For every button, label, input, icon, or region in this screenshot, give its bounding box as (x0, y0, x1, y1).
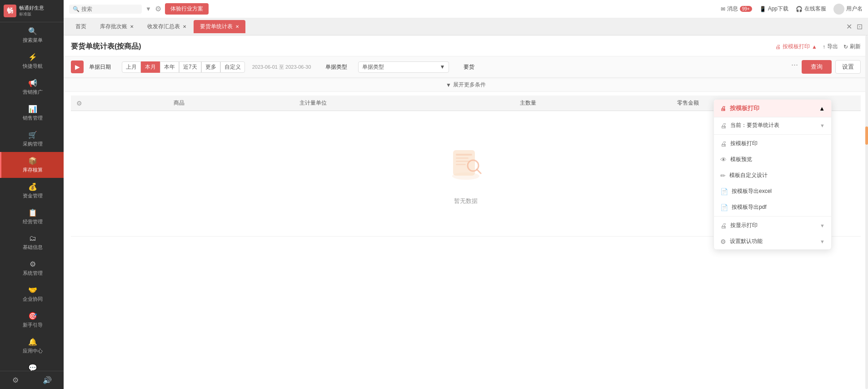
table-col-settings[interactable]: ⚙ (71, 96, 168, 111)
topbar-message[interactable]: ✉ 消息 99+ (721, 5, 752, 13)
sidebar-item-label: 采购管理 (23, 141, 43, 147)
divider-2 (714, 216, 831, 217)
topbar-user[interactable]: 用户名 (833, 4, 863, 15)
search-input[interactable] (81, 6, 127, 12)
page-actions: 🖨 按模板打印 ▲ ↑ 导出 ↻ 刷新 (775, 43, 861, 51)
tab-collection-close[interactable]: ✕ (183, 24, 186, 29)
more-options-icon[interactable]: ··· (791, 60, 798, 74)
tab-home-label: 首页 (75, 23, 86, 30)
date-btn-thismonth[interactable]: 本月 (141, 61, 160, 73)
dropdown-item-template-design[interactable]: ✏ 模板自定义设计 (714, 167, 831, 183)
type-chevron-icon: ▼ (439, 64, 445, 70)
sidebar-item-basic[interactable]: 🗂 基础信息 (0, 230, 64, 255)
date-btn-more[interactable]: 更多 (201, 61, 220, 73)
dropdown-item-template-excel[interactable]: 📄 按模板导出excel (714, 183, 831, 199)
sidebar-item-marketing[interactable]: 📢 营销推广 (0, 74, 64, 100)
speaker-bottom-icon[interactable]: 🔊 (43, 376, 52, 384)
template-preview-label: 模板预览 (730, 156, 752, 163)
dropdown-current-item[interactable]: 🖨 当前：要货单统计表 ▼ (714, 117, 831, 133)
guide-icon: 🎯 (28, 312, 37, 320)
expand-more-button[interactable]: ▼ 展开更多条件 (446, 81, 486, 89)
template-excel-icon: 📄 (720, 188, 728, 195)
tab-home[interactable]: 首页 (69, 20, 93, 33)
current-chevron-icon: ▼ (820, 123, 825, 128)
topbar-settings-icon[interactable]: ⚙ (155, 5, 161, 13)
export-button[interactable]: ↑ 导出 (823, 43, 838, 51)
scrollbar-thumb (865, 126, 868, 145)
goods-filter-label: 要货 (464, 63, 491, 71)
dropdown-display-print[interactable]: 🖨 按显示打印 ▼ (714, 217, 831, 233)
type-select[interactable]: 单据类型 ▼ (358, 61, 449, 73)
sidebar-item-corp[interactable]: 🤝 企业协同 (0, 281, 64, 307)
topbar-app-download[interactable]: 📱 App下载 (759, 5, 788, 13)
sidebar-logo: 畅 畅通好生意 标准版 (0, 0, 64, 22)
tab-order-stat[interactable]: 要货单统计表 ✕ (194, 20, 245, 33)
sales-icon: 📊 (28, 105, 37, 113)
filter-row: ▶ 单据日期 上月 本月 本年 近7天 更多 自定义 2023-06-01 至 … (64, 56, 868, 78)
export-icon: ↑ (823, 44, 825, 50)
sidebar-item-label: 搜索菜单 (23, 37, 43, 44)
printer-icon: 🖨 (775, 44, 781, 50)
sidebar-item-operation[interactable]: 📋 经营管理 (0, 204, 64, 230)
dropdown-default-func[interactable]: ⚙ 设置默认功能 ▼ (714, 233, 831, 249)
sidebar-item-finance[interactable]: 💰 资金管理 (0, 178, 64, 204)
settings-bottom-icon[interactable]: ⚙ (12, 376, 19, 384)
date-btn-7days[interactable]: 近7天 (179, 61, 201, 73)
message-label: 消息 (727, 5, 738, 13)
sidebar-item-purchase[interactable]: 🛒 采购管理 (0, 126, 64, 152)
table-col-unit: 主计量单位 (294, 96, 514, 111)
tab-batch[interactable]: 库存批次账 ✕ (94, 20, 140, 33)
dropdown-item-template-print[interactable]: 🖨 按模板打印 (714, 136, 831, 152)
phone-icon: 📱 (759, 6, 766, 12)
print-header-icon: 🖨 (720, 105, 726, 112)
default-func-chevron-icon: ▼ (820, 239, 825, 244)
default-func-label: 设置默认功能 (730, 237, 763, 245)
window-maximize-icon[interactable]: ⊡ (857, 22, 863, 31)
dropdown-header[interactable]: 🖨 按模板打印 ▲ (714, 100, 831, 117)
template-design-icon: ✏ (720, 172, 726, 179)
sidebar-item-search[interactable]: 🔍 搜索菜单 (0, 22, 64, 48)
basic-icon: 🗂 (29, 234, 36, 242)
wechat-icon: 💬 (28, 364, 37, 371)
query-button[interactable]: 查询 (802, 60, 832, 74)
tab-collection[interactable]: 收发存汇总表 ✕ (141, 20, 193, 33)
sidebar-item-label: 资金管理 (23, 192, 43, 199)
sidebar-scroll: 🔍 搜索菜单 ⚡ 快捷导航 📢 营销推广 📊 销售管理 🛒 采购管理 📦 库存核… (0, 22, 64, 371)
sidebar-item-shortcut[interactable]: ⚡ 快捷导航 (0, 48, 64, 74)
template-design-label: 模板自定义设计 (729, 172, 768, 179)
topbar-dropdown-icon[interactable]: ▼ (145, 5, 151, 12)
date-btn-lastmonth[interactable]: 上月 (122, 61, 141, 73)
print-button[interactable]: 🖨 按模板打印 ▲ (775, 43, 817, 51)
finance-icon: 💰 (28, 182, 37, 191)
scrollbar-right[interactable] (865, 35, 868, 389)
tab-order-stat-close[interactable]: ✕ (235, 24, 239, 29)
dropdown-chevron-icon: ▲ (819, 105, 825, 112)
app-logo-icon: 畅 (4, 5, 16, 17)
sidebar-item-app[interactable]: 🔔 应用中心 (0, 333, 64, 359)
dropdown-item-template-preview[interactable]: 👁 模板预览 (714, 152, 831, 167)
refresh-button[interactable]: ↻ 刷新 (843, 43, 861, 51)
filter-arrow-btn[interactable]: ▶ (71, 61, 84, 73)
inventory-icon: 📦 (28, 157, 37, 165)
date-btn-thisyear[interactable]: 本年 (160, 61, 179, 73)
window-close-icon[interactable]: ✕ (846, 22, 852, 31)
sidebar-item-wechat[interactable]: 💬 企业微信 (0, 359, 64, 371)
sidebar-item-guide[interactable]: 🎯 新手引导 (0, 307, 64, 333)
sidebar-item-label: 基础信息 (23, 244, 43, 251)
sidebar-item-inventory[interactable]: 📦 库存核算 (0, 152, 64, 178)
dropdown-header-label: 按模板打印 (730, 104, 759, 112)
sidebar-item-system[interactable]: ⚙ 系统管理 (0, 255, 64, 281)
sidebar-item-label: 快捷导航 (23, 63, 43, 70)
trial-button[interactable]: 体验行业方案 (165, 3, 209, 15)
system-icon: ⚙ (30, 260, 36, 268)
date-btn-custom[interactable]: 自定义 (220, 61, 245, 73)
topbar-search-box[interactable]: 🔍 (69, 5, 142, 14)
column-settings-icon[interactable]: ⚙ (76, 100, 82, 107)
export-label: 导出 (827, 43, 838, 51)
dropdown-item-template-pdf[interactable]: 📄 按模板导出pdf (714, 199, 831, 215)
tab-batch-close[interactable]: ✕ (130, 24, 134, 29)
sidebar-item-sales[interactable]: 📊 销售管理 (0, 100, 64, 126)
app-logo-text: 畅通好生意 标准版 (19, 5, 44, 17)
settings-button[interactable]: 设置 (835, 60, 861, 74)
topbar-online-service[interactable]: 🎧 在线客服 (796, 5, 826, 13)
